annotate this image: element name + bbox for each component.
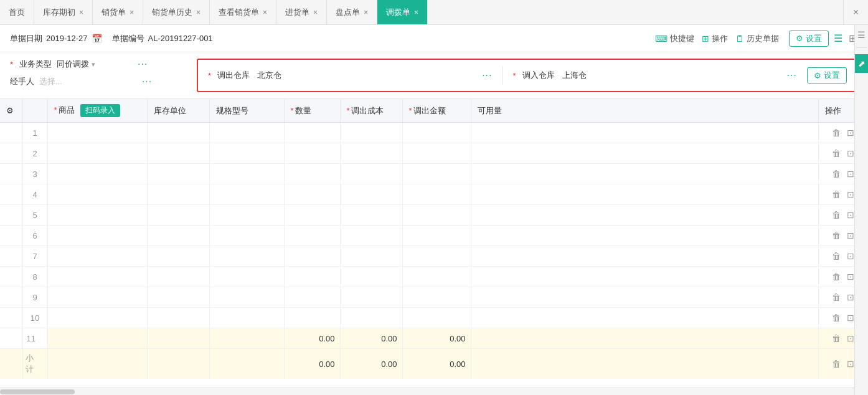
row-qty-cell[interactable] xyxy=(284,308,340,328)
history-button[interactable]: 🗒 历史单据 xyxy=(735,33,779,44)
tab-inventory-init[interactable]: 库存期初 × xyxy=(34,0,93,24)
row-delete-btn[interactable]: 🗑 xyxy=(831,209,842,221)
layout-icon-1[interactable]: ☰ xyxy=(831,32,845,44)
row-product-cell[interactable] xyxy=(47,143,147,164)
row-cost-cell[interactable] xyxy=(340,267,402,287)
gear-icon[interactable]: ⚙ xyxy=(6,106,14,115)
row-spec-cell[interactable] xyxy=(209,287,284,308)
tab-purchase-order[interactable]: 进货单 × xyxy=(276,0,327,24)
row-amount-cell[interactable] xyxy=(402,205,471,226)
row-delete-btn[interactable]: 🗑 xyxy=(831,250,842,262)
calendar-icon[interactable]: 📅 xyxy=(92,34,102,44)
row-product-cell[interactable] xyxy=(47,184,147,205)
row-cost-cell[interactable] xyxy=(340,164,402,184)
row-amount-cell[interactable] xyxy=(402,308,471,328)
row-qty-cell[interactable] xyxy=(284,123,340,143)
row-cost-cell[interactable] xyxy=(340,287,402,308)
scan-button[interactable]: 扫码录入 xyxy=(80,104,120,117)
row-delete-btn[interactable]: 🗑 xyxy=(831,312,842,324)
row-amount-cell[interactable] xyxy=(402,246,471,267)
tab-view-sales[interactable]: 查看销货单 × xyxy=(210,0,276,24)
row-product-cell[interactable] xyxy=(47,267,147,287)
row-unit-cell[interactable] xyxy=(147,287,209,308)
row-amount-cell[interactable] xyxy=(402,184,471,205)
row-spec-cell[interactable] xyxy=(209,246,284,267)
row-product-cell[interactable] xyxy=(47,123,147,143)
row-avail-cell[interactable] xyxy=(471,287,818,308)
tab-sales-history-close[interactable]: × xyxy=(196,8,200,17)
row-product-cell[interactable] xyxy=(47,164,147,184)
row-cost-cell[interactable] xyxy=(340,205,402,226)
operator-ellipsis[interactable]: ··· xyxy=(142,76,152,87)
right-panel-link-icon[interactable]: ⬈ xyxy=(855,54,869,73)
row-unit-cell[interactable] xyxy=(147,267,209,287)
row-product-cell[interactable] xyxy=(47,246,147,267)
row-delete-btn[interactable]: 🗑 xyxy=(831,168,842,180)
row-avail-cell[interactable] xyxy=(471,205,818,226)
row-cost-cell[interactable] xyxy=(340,246,402,267)
row-amount-cell[interactable] xyxy=(402,143,471,164)
row-qty-cell[interactable] xyxy=(284,226,340,246)
row-amount-cell[interactable] xyxy=(402,226,471,246)
row-qty-cell[interactable] xyxy=(284,287,340,308)
row-spec-cell[interactable] xyxy=(209,123,284,143)
tab-sales-order[interactable]: 销货单 × xyxy=(93,0,143,24)
row-product-cell[interactable] xyxy=(47,226,147,246)
out-warehouse-value[interactable]: 北京仓 xyxy=(257,70,281,81)
row-delete-btn[interactable]: 🗑 xyxy=(831,188,842,201)
row-spec-cell[interactable] xyxy=(209,205,284,226)
tab-inventory-init-close[interactable]: × xyxy=(79,8,83,17)
row-delete-btn[interactable]: 🗑 xyxy=(831,147,842,159)
in-warehouse-ellipsis[interactable]: ··· xyxy=(787,70,797,81)
tab-transfer-order[interactable]: 调拨单 × xyxy=(377,0,428,24)
biz-type-ellipsis[interactable]: ··· xyxy=(138,59,148,70)
subtotal-delete-btn[interactable]: 🗑 xyxy=(831,332,842,345)
row-unit-cell[interactable] xyxy=(147,164,209,184)
row-avail-cell[interactable] xyxy=(471,246,818,267)
row-avail-cell[interactable] xyxy=(471,164,818,184)
row-unit-cell[interactable] xyxy=(147,205,209,226)
row-qty-cell[interactable] xyxy=(284,184,340,205)
row-unit-cell[interactable] xyxy=(147,143,209,164)
tab-home[interactable]: 首页 xyxy=(0,0,34,24)
row-cost-cell[interactable] xyxy=(340,143,402,164)
row-spec-cell[interactable] xyxy=(209,184,284,205)
row-amount-cell[interactable] xyxy=(402,287,471,308)
row-unit-cell[interactable] xyxy=(147,123,209,143)
row-spec-cell[interactable] xyxy=(209,143,284,164)
row-product-cell[interactable] xyxy=(47,205,147,226)
row-qty-cell[interactable] xyxy=(284,143,340,164)
scrollbar-thumb[interactable] xyxy=(0,389,75,394)
row-qty-cell[interactable] xyxy=(284,246,340,267)
in-warehouse-value[interactable]: 上海仓 xyxy=(562,70,587,81)
tab-view-sales-close[interactable]: × xyxy=(263,8,267,17)
row-spec-cell[interactable] xyxy=(209,164,284,184)
operator-input[interactable]: 选择... xyxy=(39,76,62,87)
row-amount-cell[interactable] xyxy=(402,123,471,143)
settings-button[interactable]: ⚙ 设置 xyxy=(789,31,829,47)
row-qty-cell[interactable] xyxy=(284,205,340,226)
warehouse-settings-button[interactable]: ⚙ 设置 xyxy=(807,67,847,83)
tab-purchase-order-close[interactable]: × xyxy=(313,8,318,17)
row-spec-cell[interactable] xyxy=(209,308,284,328)
sub-delete-btn[interactable]: 🗑 xyxy=(831,358,842,370)
row-avail-cell[interactable] xyxy=(471,123,818,143)
tab-transfer-order-close[interactable]: × xyxy=(414,8,418,17)
biz-type-select[interactable]: 同价调拨 ▾ xyxy=(57,59,95,70)
row-avail-cell[interactable] xyxy=(471,143,818,164)
row-unit-cell[interactable] xyxy=(147,308,209,328)
row-qty-cell[interactable] xyxy=(284,164,340,184)
tab-sales-history[interactable]: 销货单历史 × xyxy=(143,0,210,24)
row-delete-btn[interactable]: 🗑 xyxy=(831,229,842,242)
row-qty-cell[interactable] xyxy=(284,267,340,287)
row-delete-btn[interactable]: 🗑 xyxy=(831,126,842,139)
row-product-cell[interactable] xyxy=(47,287,147,308)
row-avail-cell[interactable] xyxy=(471,184,818,205)
row-cost-cell[interactable] xyxy=(340,226,402,246)
row-avail-cell[interactable] xyxy=(471,308,818,328)
row-unit-cell[interactable] xyxy=(147,226,209,246)
row-delete-btn[interactable]: 🗑 xyxy=(831,291,842,303)
row-spec-cell[interactable] xyxy=(209,226,284,246)
row-unit-cell[interactable] xyxy=(147,184,209,205)
out-warehouse-ellipsis[interactable]: ··· xyxy=(482,70,492,81)
